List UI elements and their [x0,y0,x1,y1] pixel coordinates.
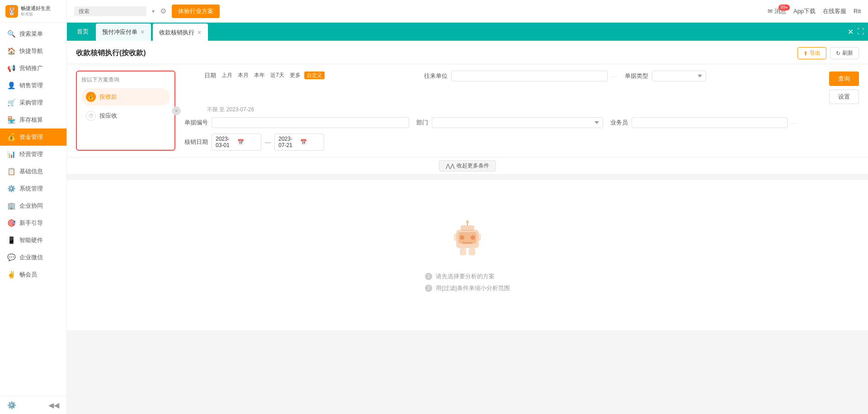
verify-date-end-input[interactable]: 2023-07-21 📅 [274,133,324,151]
svg-rect-9 [461,225,474,231]
message-count: 99+ [778,5,790,10]
sidebar-item-label-guide: 新手引导 [19,219,43,227]
custom-date-tag[interactable]: 自定义 [304,71,325,79]
sidebar-item-label-wechat: 企业微信 [19,253,43,262]
sales-icon: 👤 [7,81,16,90]
counterpart-input[interactable] [451,71,608,81]
filter-left-panel: 按以下方案查询 💰 按收款 ⏱ 按应收 » [76,71,175,151]
single-num-label: 单据编号 [184,119,208,127]
sidebar-item-wechat[interactable]: 💬 企业微信 [0,249,66,266]
sidebar-item-system[interactable]: ⚙️ 系统管理 [0,180,66,197]
header-gear-icon[interactable]: ⚙ [160,7,166,15]
sidebar-item-sales[interactable]: 👤 销售管理 [0,77,66,94]
doc-type-select[interactable] [652,71,706,81]
basic-icon: 📋 [7,167,16,176]
collapse-more-button[interactable]: ⋀⋀ 收起更多条件 [439,160,496,171]
sidebar-item-collab[interactable]: 🏢 企业协同 [0,197,66,214]
single-num-input[interactable] [212,117,409,128]
refresh-button[interactable]: ↻ 刷新 [830,47,859,59]
more-dates-btn[interactable]: 更多 [288,71,302,80]
search-icon: 🔍 [7,30,16,38]
sidebar-item-label-purchase: 采购管理 [19,99,43,107]
sidebar-bottom: ⚙️ ◀◀ [0,396,66,414]
business-input[interactable] [632,117,788,128]
guide-icon: 🎯 [7,219,16,227]
hardware-icon: 📱 [7,236,16,244]
wechat-icon: 💬 [7,253,16,262]
sidebar-item-label-hardware: 智能硬件 [19,236,43,244]
collapse-sidebar-icon[interactable]: ◀◀ [48,401,59,409]
content-area: 收款核销执行(按收款) ⬆ 导出 ↻ 刷新 按以下方案查询 [67,41,868,414]
this-year-btn[interactable]: 本年 [252,71,267,80]
sidebar-item-label-sales: 销售管理 [19,81,43,90]
verify-date-start-input[interactable]: 2023-03-01 📅 [212,133,261,151]
logo-badge: 标准版 [21,11,51,17]
refresh-icon: ↻ [836,50,840,57]
business-label: 业务员 [610,119,628,127]
dept-select[interactable] [432,117,604,128]
chevron-down-icon[interactable]: ▾ [152,8,155,14]
business-more-icon[interactable]: ··· [791,119,797,126]
app-download-link[interactable]: App下载 [793,7,816,15]
user-name[interactable]: Rit [854,8,861,14]
tab-home[interactable]: 首页 [71,23,95,41]
verify-date-label: 核销日期 [184,138,208,146]
logo-area: 🐰 畅捷通好生意 标准版 [0,0,66,23]
tab-prepay[interactable]: 预付冲应付单 ✕ [96,24,151,42]
svg-rect-6 [477,233,481,241]
counterpart-more-icon[interactable]: ··· [611,73,618,80]
filter-right-form: 日期 上月 本月 本年 近7天 更多 自定义 往来单位 [184,71,859,151]
settings-icon[interactable]: ⚙️ [7,401,16,409]
tab-prepay-close-icon[interactable]: ✕ [140,29,145,35]
page-title: 收款核销执行(按收款) [76,48,146,58]
filter-option-by-receivable[interactable]: ⏱ 按应收 [81,107,170,124]
hint-text-1: 请先选择要分析的方案 [436,271,495,282]
doc-type-label: 单据类型 [625,72,648,80]
sidebar-item-basic[interactable]: 📋 基础信息 [0,163,66,180]
svg-point-3 [471,235,475,240]
sidebar-item-inventory[interactable]: 🏪 库存核算 [0,111,66,128]
sidebar-item-label-finance: 资金管理 [19,133,43,141]
query-button[interactable]: 查询 [829,71,859,86]
header-right: ✉ 消息 99+ App下载 在线客服 Rit [768,7,861,15]
collapse-more-row: ⋀⋀ 收起更多条件 [67,157,868,175]
industry-solution-button[interactable]: 体验行业方案 [172,5,220,18]
sidebar-item-search[interactable]: 🔍 搜索菜单 [0,25,66,43]
quick-icon: 🏠 [7,47,16,55]
system-icon: ⚙️ [7,185,16,193]
title-actions: ⬆ 导出 ↻ 刷新 [797,47,859,59]
online-service-link[interactable]: 在线客服 [823,7,846,15]
top-header: ▾ ⚙ 体验行业方案 ✉ 消息 99+ App下载 在线客服 Rit [67,0,868,23]
last-7days-btn[interactable]: 近7天 [269,71,286,80]
sidebar-item-operations[interactable]: 📊 经营管理 [0,146,66,163]
receivable-option-icon: ⏱ [86,111,96,121]
logo-name: 畅捷通好生意 [21,5,51,11]
tab-receipt-verify-close-icon[interactable]: ✕ [197,29,202,36]
sidebar-item-hardware[interactable]: 📱 智能硬件 [0,232,66,249]
sidebar-item-purchase[interactable]: 🛒 采购管理 [0,94,66,111]
search-input[interactable] [74,6,146,16]
this-month-btn[interactable]: 本月 [236,71,250,80]
panel-collapse-button[interactable]: » [172,106,181,115]
close-tab-icon[interactable]: ✕ [848,28,854,36]
sidebar-item-member[interactable]: ✌️ 畅会员 [0,266,66,283]
maximize-icon[interactable]: ⛶ [857,28,864,36]
marketing-icon: 📢 [7,64,16,72]
tab-home-label: 首页 [77,28,89,36]
filter-option-receivable-label: 按应收 [99,112,117,120]
last-month-btn[interactable]: 上月 [220,71,234,80]
message-badge[interactable]: ✉ 消息 99+ [768,7,786,15]
filter-option-by-receipt[interactable]: 💰 按收款 [81,88,170,105]
sidebar-item-marketing[interactable]: 📢 营销推广 [0,60,66,77]
inventory-icon: 🏪 [7,116,16,124]
sidebar-item-label-system: 系统管理 [19,185,43,193]
tab-receipt-verify[interactable]: 收款核销执行 ✕ [153,24,208,42]
sidebar-item-label-member: 畅会员 [19,271,37,279]
sidebar-item-quick[interactable]: 🏠 快捷导航 [0,43,66,60]
export-button[interactable]: ⬆ 导出 [797,47,826,59]
filter-area: 按以下方案查询 💰 按收款 ⏱ 按应收 » [67,64,868,157]
sidebar-item-finance[interactable]: 💰 资金管理 [0,128,66,146]
sidebar-item-guide[interactable]: 🎯 新手引导 [0,214,66,232]
empty-hint-1: 1 请先选择要分析的方案 [425,271,509,282]
settings-button[interactable]: 设置 [829,90,859,104]
